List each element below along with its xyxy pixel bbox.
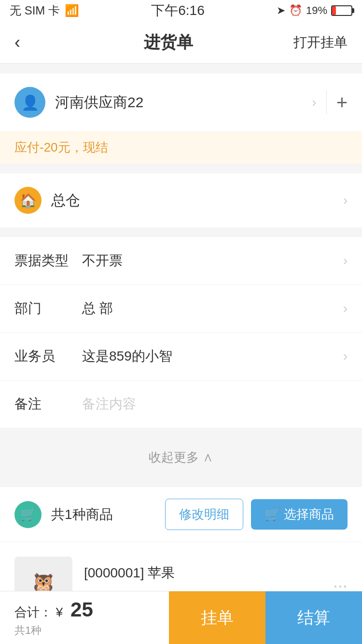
select-product-label: 选择商品 [284,506,334,523]
vertical-divider [326,90,327,114]
supplier-row: 👤 河南供应商22 › + [0,73,362,131]
collapse-label: 收起更多 ∧ [149,449,213,466]
total-area: 合计： ¥ 25 共1种 [0,598,169,638]
warehouse-name: 总仓 [51,191,343,210]
product-count: 共1种商品 [51,505,165,524]
total-amount: 25 [70,598,93,621]
supplier-section: 👤 河南供应商22 › + 应付-20元，现结 [0,73,362,164]
warehouse-icon: 🏠 [14,187,42,214]
nav-bar: ‹ 进货单 打开挂单 [0,21,362,64]
product-name-text: 苹果 [148,565,175,580]
total-unit: ¥ [56,605,63,619]
department-chevron-icon: › [343,301,348,316]
location-icon: ➤ [277,4,285,17]
house-icon: 🏠 [20,193,37,209]
warehouse-section[interactable]: 🏠 总仓 › [0,173,362,227]
ticket-value: 不开票 [72,252,343,270]
total-label: 合计： [14,605,52,619]
gap-1 [0,64,362,73]
status-left: 无 SIM 卡 📶 [10,3,79,18]
open-hang-button[interactable]: 打开挂单 [293,33,348,52]
product-icon-wrap: 🛒 [14,501,42,528]
remark-placeholder: 备注内容 [72,395,348,413]
status-bar: 无 SIM 卡 📶 下午6:16 ➤ ⏰ 19% [0,0,362,21]
battery-icon [331,5,352,16]
supplier-actions: › + [312,90,348,114]
carrier-text: 无 SIM 卡 [10,3,60,18]
select-product-icon: 🛒 [265,507,280,522]
bottom-bar: 合计： ¥ 25 共1种 挂单 结算 [0,591,362,644]
product-code: [0000001] [84,565,144,580]
hang-button[interactable]: 挂单 [169,591,265,644]
salesperson-chevron-icon: › [343,349,348,364]
edit-detail-button[interactable]: 修改明细 [165,499,243,530]
status-right: ➤ ⏰ 19% [277,4,352,17]
form-row-salesperson[interactable]: 业务员 这是859的小智 › [0,333,362,380]
form-row-department[interactable]: 部门 总 部 › [0,285,362,333]
checkout-button[interactable]: 结算 [265,591,362,644]
wifi-icon: 📶 [65,4,79,17]
shopping-icon: 🛒 [20,507,36,522]
salesperson-label: 业务员 [14,347,72,365]
total-sub: 共1种 [14,623,154,638]
form-section: 票据类型 不开票 › 部门 总 部 › 业务员 这是859的小智 › 备注 备注… [0,237,362,428]
form-row-remark[interactable]: 备注 备注内容 [0,380,362,428]
collapse-button[interactable]: 收起更多 ∧ [0,437,362,477]
supplier-chevron-icon: › [312,95,316,110]
total-row: 合计： ¥ 25 [14,598,154,621]
supplier-notice: 应付-20元，现结 [0,131,362,164]
product-name: [0000001] 苹果 [84,564,321,582]
battery-percent: 19% [306,4,327,17]
status-time: 下午6:16 [151,1,205,20]
department-label: 部门 [14,299,72,318]
remark-label: 备注 [14,395,72,413]
ticket-label: 票据类型 [14,252,72,270]
form-row-ticket[interactable]: 票据类型 不开票 › [0,237,362,285]
alarm-icon: ⏰ [289,4,302,17]
warehouse-chevron-icon: › [343,193,348,208]
ticket-chevron-icon: › [343,253,348,268]
product-header: 🛒 共1种商品 修改明细 🛒 选择商品 [0,487,362,542]
back-button[interactable]: ‹ [14,32,43,53]
supplier-avatar: 👤 [14,87,45,118]
supplier-name[interactable]: 河南供应商22 [55,93,312,112]
salesperson-value: 这是859的小智 [72,347,343,365]
page-title: 进货单 [144,31,193,54]
department-value: 总 部 [72,299,343,318]
select-product-button[interactable]: 🛒 选择商品 [251,499,348,530]
avatar-icon: 👤 [21,94,39,111]
add-supplier-button[interactable]: + [336,92,348,113]
